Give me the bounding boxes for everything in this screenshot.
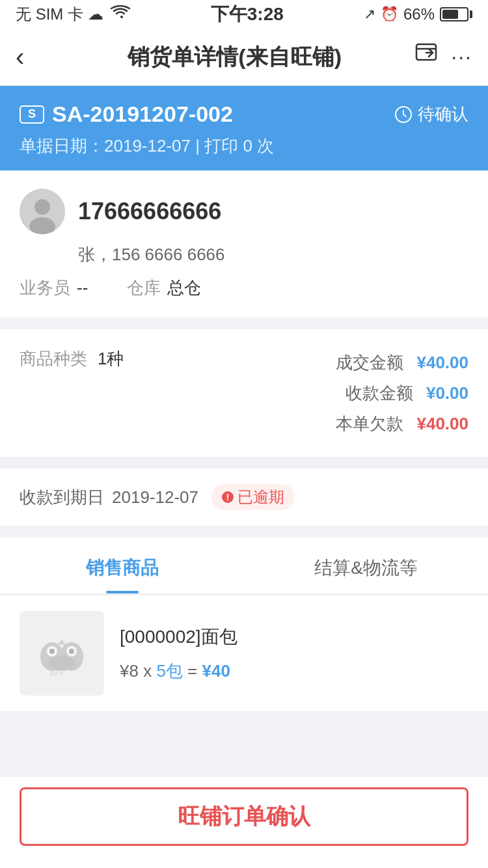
product-thumbnail: 群+ bbox=[20, 611, 104, 696]
overdue-text: 已逾期 bbox=[237, 487, 284, 508]
product-name: [0000002]面包 bbox=[120, 625, 468, 649]
back-button[interactable]: ‹ bbox=[16, 42, 55, 72]
divider-3 bbox=[0, 527, 488, 537]
status-left: 无 SIM 卡 ☁ bbox=[16, 4, 131, 25]
customer-phone: 17666666666 bbox=[78, 198, 221, 225]
price-equals: = bbox=[187, 661, 202, 681]
warehouse-meta: 仓库 总仓 bbox=[127, 277, 201, 299]
deal-amount-label: 成交金额 bbox=[336, 347, 403, 378]
warehouse-label: 仓库 bbox=[127, 277, 161, 299]
order-id: S SA-20191207-002 bbox=[20, 102, 233, 127]
received-amount-label: 收款金额 bbox=[346, 378, 413, 409]
tab-sales[interactable]: 销售商品 bbox=[0, 537, 244, 593]
svg-point-10 bbox=[69, 649, 74, 654]
nav-actions: ··· bbox=[414, 42, 472, 72]
tab-bar: 销售商品 结算&物流等 bbox=[0, 537, 488, 594]
status-right: ↗ ⏰ 66% bbox=[364, 5, 472, 23]
price-base: ¥8 x bbox=[120, 661, 156, 681]
received-amount-row: 收款金额 ¥0.00 bbox=[336, 378, 468, 409]
alarm-icon: ⏰ bbox=[381, 6, 398, 23]
summary-left: 商品种类 1种 bbox=[20, 347, 336, 370]
customer-name: 张，156 6666 6666 bbox=[78, 243, 468, 266]
customer-card: 17666666666 张，156 6666 6666 业务员 -- 仓库 总仓 bbox=[0, 170, 488, 318]
confirm-button[interactable]: 旺铺订单确认 bbox=[20, 787, 468, 846]
product-types-value: 1种 bbox=[98, 347, 124, 370]
sim-status: 无 SIM 卡 ☁ bbox=[16, 4, 103, 25]
price-total: ¥40 bbox=[202, 661, 230, 681]
divider-2 bbox=[0, 458, 488, 468]
deal-amount-value: ¥40.00 bbox=[416, 347, 468, 378]
order-date: 单据日期：2019-12-07 | 打印 0 次 bbox=[20, 135, 468, 157]
due-date-value: 2019-12-07 bbox=[112, 487, 198, 508]
page-title: 销货单详情(来自旺铺) bbox=[55, 42, 414, 72]
nav-bar: ‹ 销货单详情(来自旺铺) ··· bbox=[0, 29, 488, 86]
warehouse-value: 总仓 bbox=[167, 277, 201, 299]
order-header: S SA-20191207-002 待确认 单据日期：2019-12-07 | … bbox=[0, 86, 488, 170]
overdue-badge: ! 已逾期 bbox=[211, 484, 295, 510]
share-button[interactable] bbox=[414, 42, 438, 72]
product-price: ¥8 x 5包 = ¥40 bbox=[120, 660, 468, 683]
battery-icon bbox=[440, 7, 472, 21]
location-icon: ↗ bbox=[364, 6, 375, 23]
sales-person-meta: 业务员 -- bbox=[20, 277, 88, 299]
status-bar: 无 SIM 卡 ☁ 下午3:28 ↗ ⏰ 66% bbox=[0, 0, 488, 29]
customer-meta: 业务员 -- 仓库 总仓 bbox=[20, 277, 468, 299]
summary-right: 成交金额 ¥40.00 收款金额 ¥0.00 本单欠款 ¥40.00 bbox=[336, 347, 468, 439]
svg-point-9 bbox=[49, 649, 55, 654]
sales-person-label: 业务员 bbox=[20, 277, 70, 299]
divider-1 bbox=[0, 319, 488, 329]
product-info: [0000002]面包 ¥8 x 5包 = ¥40 bbox=[120, 625, 468, 683]
due-date-card: 收款到期日 2019-12-07 ! 已逾期 bbox=[0, 468, 488, 526]
more-button[interactable]: ··· bbox=[451, 45, 472, 69]
status-time: 下午3:28 bbox=[211, 2, 284, 27]
price-quantity: 5包 bbox=[156, 661, 182, 681]
product-types-label: 商品种类 bbox=[20, 347, 87, 370]
overdue-icon: ! bbox=[222, 491, 234, 503]
customer-row: 17666666666 bbox=[20, 189, 468, 234]
order-id-icon: S bbox=[20, 105, 44, 124]
owed-amount-row: 本单欠款 ¥40.00 bbox=[336, 409, 468, 439]
order-id-row: S SA-20191207-002 待确认 bbox=[20, 102, 468, 127]
product-card: 群+ [0000002]面包 ¥8 x 5包 = ¥40 bbox=[0, 595, 488, 711]
owed-amount-label: 本单欠款 bbox=[336, 409, 403, 439]
avatar bbox=[20, 189, 65, 234]
received-amount-value: ¥0.00 bbox=[426, 378, 468, 409]
wifi-icon bbox=[110, 5, 131, 23]
sales-person-value: -- bbox=[77, 278, 88, 298]
deal-amount-row: 成交金额 ¥40.00 bbox=[336, 347, 468, 378]
due-date-label: 收款到期日 bbox=[20, 486, 104, 509]
svg-text:群+: 群+ bbox=[49, 668, 64, 676]
owed-amount-value: ¥40.00 bbox=[416, 409, 468, 439]
svg-point-3 bbox=[34, 199, 50, 215]
tab-settlement[interactable]: 结算&物流等 bbox=[244, 537, 488, 593]
bottom-bar: 旺铺订单确认 bbox=[0, 777, 488, 868]
order-status: 待确认 bbox=[394, 103, 468, 126]
summary-card: 商品种类 1种 成交金额 ¥40.00 收款金额 ¥0.00 本单欠款 ¥40.… bbox=[0, 329, 488, 457]
battery-percent: 66% bbox=[403, 5, 435, 23]
